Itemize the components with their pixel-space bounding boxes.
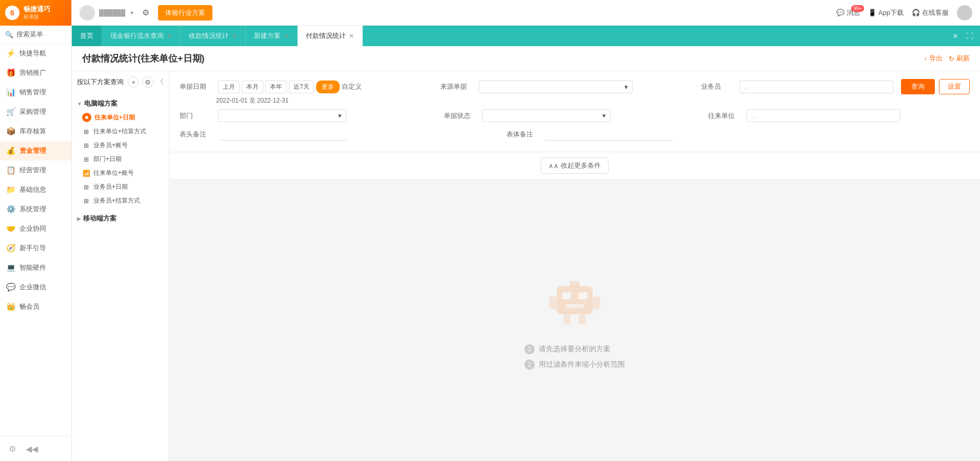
table-icon: ⊞ [82, 183, 90, 191]
this-year-btn[interactable]: 本年 [265, 81, 287, 93]
main-content: ██████ ▾ ⚙ 体验行业方案 💬 消息 99+ 📱 App下载 🎧 在线客… [72, 0, 980, 461]
window-controls: ✕ ⛶ [945, 26, 980, 46]
doc-status-label: 单据状态 [444, 111, 475, 121]
app-download-btn[interactable]: 📱 App下载 [868, 8, 904, 17]
scheme-item-staff-date[interactable]: ⊞ 业务员+日期 [77, 180, 164, 194]
filter-row-3: 表头备注 表体备注 [180, 128, 970, 141]
partner-select[interactable]: ... [747, 109, 900, 122]
partner-value: ... [751, 112, 757, 119]
page-header-actions: ↑ 导出 ↻ 刷新 [924, 54, 970, 63]
sidebar-item-quick-nav[interactable]: ⚡ 快捷导航 [0, 44, 71, 63]
tab-collection-stat[interactable]: 收款情况统计 ✕ [181, 26, 246, 46]
scheme-item-partner-settlement[interactable]: ⊞ 往来单位+结算方式 [77, 125, 164, 138]
sidebar-item-marketing[interactable]: 🎁 营销推广 [0, 63, 71, 83]
dept-label: 部门 [180, 111, 210, 121]
table-icon: ⊞ [82, 128, 90, 136]
sales-icon: 📊 [6, 88, 15, 97]
profile-dropdown-icon[interactable]: ▾ [130, 9, 133, 16]
sidebar-item-guide[interactable]: 🧭 新手引导 [0, 238, 71, 258]
tab-label: 收款情况统计 [189, 31, 229, 41]
sidebar-item-member[interactable]: 👑 畅会员 [0, 297, 71, 316]
last-month-btn[interactable]: 上月 [218, 81, 240, 93]
sidebar-item-capital[interactable]: 💰 资金管理 [0, 141, 71, 161]
sidebar-item-basic-info[interactable]: 📁 基础信息 [0, 180, 71, 199]
basic-info-icon: 📁 [6, 185, 15, 194]
source-doc-label: 来源单据 [440, 82, 471, 91]
scheme-item-staff-settlement[interactable]: ⊞ 业务员+结算方式 [77, 194, 164, 208]
sidebar-item-operation[interactable]: 📋 经营管理 [0, 161, 71, 180]
date-range-display: 2022-01-01 至 2022-12-31 [216, 96, 288, 105]
sidebar-nav: ⚡ 快捷导航 🎁 营销推广 📊 销售管理 🛒 采购管理 📦 库存核算 💰 资金管… [0, 44, 71, 436]
tab-label: 现金银行流水查询 [110, 31, 164, 41]
tab-payment-stat[interactable]: 付款情况统计 ✕ [298, 26, 363, 46]
collapse-sidebar-btn[interactable]: ◀◀ [25, 442, 39, 456]
sidebar-item-smart-hw[interactable]: 💻 智能硬件 [0, 258, 71, 277]
online-service-btn[interactable]: 🎧 在线客服 [912, 8, 949, 17]
collapse-more-label: 收起更多条件 [561, 161, 601, 170]
tab-close-icon[interactable]: ✕ [284, 32, 289, 39]
sidebar-header: 6 畅捷通巧 标准版 [0, 0, 71, 26]
export-btn[interactable]: ↑ 导出 [924, 54, 943, 63]
tab-label: 付款情况统计 [306, 31, 346, 41]
more-btn[interactable]: 更多 [316, 81, 340, 93]
tab-cash-flow[interactable]: 现金银行流水查询 ✕ [102, 26, 181, 46]
last-7-btn[interactable]: 近7天 [289, 81, 314, 93]
collapse-more-btn[interactable]: ∧∧ 收起更多条件 [541, 157, 609, 174]
this-month-btn[interactable]: 本月 [242, 81, 263, 93]
source-doc-select[interactable]: ▾ [479, 81, 633, 93]
tab-home[interactable]: 首页 [72, 26, 102, 46]
group-arrow-icon: ▼ [77, 101, 82, 107]
robot-icon [544, 271, 605, 332]
trial-btn[interactable]: 体验行业方案 [158, 5, 212, 21]
table-head-remark-label: 表头备注 [180, 130, 210, 139]
scheme-panel: 按以下方案查询 + ⚙ 《 ▼ 电脑端方案 [72, 71, 169, 461]
scheme-item-label: 往来单位+账号 [93, 169, 134, 177]
desktop-group-header[interactable]: ▼ 电脑端方案 [77, 97, 164, 110]
tab-close-icon[interactable]: ✕ [349, 32, 354, 39]
tab-close-icon[interactable]: ✕ [232, 32, 237, 39]
scheme-settings-btn[interactable]: ⚙ [142, 76, 153, 88]
scheme-item-label: 业务员+结算方式 [93, 196, 140, 205]
doc-status-select[interactable]: ▾ [482, 109, 611, 122]
empty-tip-2-text: 用过滤条件来缩小分析范围 [539, 360, 625, 369]
empty-illustration [544, 271, 605, 334]
user-profile[interactable]: ██████ [80, 5, 125, 21]
mobile-group-header[interactable]: ▶ 移动端方案 [77, 212, 164, 225]
scheme-item-partner-account[interactable]: 📶 往来单位+账号 [77, 166, 164, 180]
sidebar-item-sales[interactable]: 📊 销售管理 [0, 83, 71, 102]
scheme-collapse-btn[interactable]: 《 [156, 77, 164, 87]
scheme-item-dept-date[interactable]: ⊞ 部门+日期 [77, 152, 164, 166]
sidebar-item-inventory[interactable]: 📦 库存核算 [0, 122, 71, 141]
refresh-btn[interactable]: ↻ 刷新 [949, 54, 970, 63]
sidebar-item-enterprise[interactable]: 🤝 企业协同 [0, 219, 71, 238]
topbar-actions: 💬 消息 99+ 📱 App下载 🎧 在线客服 [836, 5, 972, 21]
sidebar-item-search-menu[interactable]: 🔍 搜索菜单 [0, 26, 71, 44]
table-body-remark-input[interactable] [545, 128, 673, 141]
tab-new-scheme[interactable]: 新建方案 ✕ [246, 26, 298, 46]
tab-close-icon[interactable]: ✕ [167, 32, 172, 39]
sidebar-item-system[interactable]: ⚙️ 系统管理 [0, 199, 71, 219]
collapse-up-icon: ∧∧ [548, 162, 559, 170]
table-head-remark-input[interactable] [218, 128, 346, 141]
settings-footer-btn[interactable]: ⚙ [5, 442, 19, 456]
desktop-group-label: 电脑端方案 [84, 99, 117, 108]
query-btn[interactable]: 查询 [901, 79, 935, 94]
scheme-item-staff-account[interactable]: ⊞ 业务员+账号 [77, 138, 164, 152]
table-icon: ⊞ [82, 197, 90, 205]
add-scheme-btn[interactable]: + [128, 76, 139, 88]
close-window-btn[interactable]: ✕ [950, 31, 961, 41]
dept-select[interactable]: ▾ [218, 109, 346, 122]
gear-button[interactable]: ⚙ [139, 6, 153, 20]
scheme-item-partner-date[interactable]: 往来单位+日期 [77, 110, 164, 125]
sidebar-item-label: 库存核算 [19, 127, 46, 136]
svg-rect-4 [570, 281, 580, 287]
sidebar-item-purchase[interactable]: 🛒 采购管理 [0, 102, 71, 122]
maximize-window-btn[interactable]: ⛶ [965, 31, 975, 41]
sidebar-item-wechat[interactable]: 💬 企业微信 [0, 277, 71, 297]
svg-rect-7 [563, 314, 571, 325]
partner-label: 往来单位 [708, 111, 739, 121]
user-avatar[interactable] [957, 5, 972, 21]
settings-btn[interactable]: 设置 [939, 79, 970, 94]
notification-btn[interactable]: 💬 消息 99+ [836, 8, 860, 17]
salesperson-select[interactable]: ... [739, 81, 893, 93]
